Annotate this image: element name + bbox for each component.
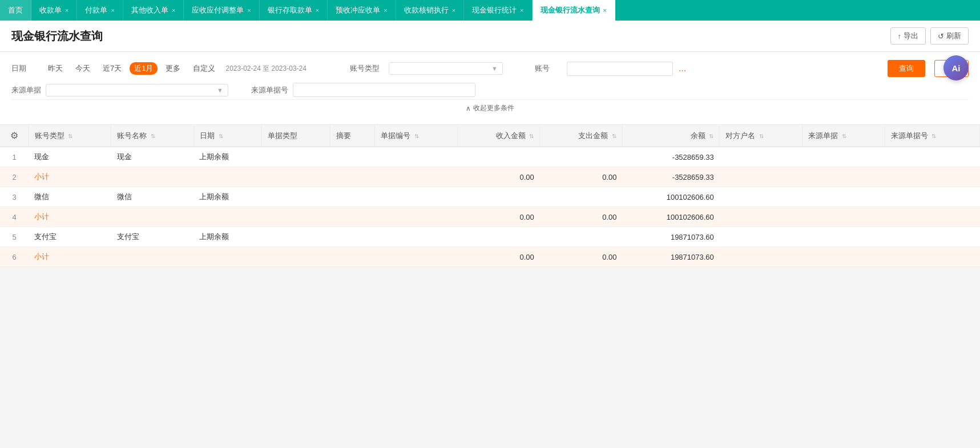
more-dots-icon[interactable]: ... (676, 63, 688, 74)
close-other-income-icon[interactable]: × (172, 7, 175, 14)
th-account-name: 账号名称 ⇅ (111, 125, 194, 147)
td-account-type: 小计 (29, 207, 111, 227)
th-source-doc: 来源单据 ⇅ (802, 125, 885, 147)
filter-area: 日期 昨天 今天 近7天 近1月 更多 自定义 2023-02-24 至 202… (0, 52, 980, 125)
close-bank-deposit-icon[interactable]: × (316, 7, 319, 14)
shortcut-more[interactable]: 更多 (161, 62, 185, 75)
shortcut-custom[interactable]: 自定义 (188, 62, 220, 75)
collapse-icon: ∧ (466, 104, 471, 112)
collapse-label: 收起更多条件 (473, 103, 514, 113)
shortcut-yesterday[interactable]: 昨天 (43, 62, 67, 75)
shortcut-1month[interactable]: 近1月 (130, 62, 158, 75)
td-counterparty (720, 247, 802, 267)
close-adjustment-icon[interactable]: × (247, 7, 251, 14)
td-index: 6 (0, 247, 29, 267)
table-row: 2 小计 0.00 0.00 -3528659.33 (0, 167, 980, 187)
source-chevron-icon: ▼ (217, 87, 223, 94)
collapse-bar[interactable]: ∧ 收起更多条件 (11, 99, 969, 116)
shortcut-7days[interactable]: 近7天 (98, 62, 126, 75)
td-index: 5 (0, 227, 29, 247)
th-expense: 支出金额 ⇅ (540, 125, 623, 147)
top-navigation: 首页 收款单 × 付款单 × 其他收入单 × 应收应付调整单 × 银行存取款单 … (0, 0, 980, 21)
td-balance: 100102606.60 (622, 187, 719, 207)
td-account-name: 微信 (111, 187, 194, 207)
close-cash-flow-icon[interactable]: × (603, 7, 607, 14)
td-date: 上期余额 (193, 187, 261, 207)
sort-expense-icon[interactable]: ⇅ (612, 133, 616, 139)
td-counterparty (720, 167, 802, 187)
td-account-name (111, 167, 194, 187)
sort-source-doc-icon[interactable]: ⇅ (842, 133, 846, 139)
td-index: 2 (0, 167, 29, 187)
td-expense (540, 227, 623, 247)
sort-source-doc-no-icon[interactable]: ⇅ (931, 133, 936, 139)
td-income: 0.00 (457, 167, 540, 187)
source-doc-group: 来源单据 ▼ (11, 84, 228, 96)
query-button[interactable]: 查询 (888, 60, 925, 77)
nav-item-collection[interactable]: 收款核销执行 × (396, 0, 464, 21)
td-balance: 100102606.60 (622, 207, 719, 227)
td-income: 0.00 (457, 247, 540, 267)
th-account-type: 账号类型 ⇅ (29, 125, 111, 147)
nav-item-receipt[interactable]: 收款单 × (31, 0, 77, 21)
td-summary (330, 167, 375, 187)
close-payment-icon[interactable]: × (111, 7, 114, 14)
td-expense: 0.00 (540, 247, 623, 267)
account-select-wrap: ... (567, 62, 878, 76)
td-account-type: 现金 (29, 147, 111, 167)
td-source-doc-no (885, 227, 979, 247)
td-doc-type (261, 147, 330, 167)
th-balance: 余额 ⇅ (622, 125, 719, 147)
sort-counterparty-icon[interactable]: ⇅ (759, 133, 764, 139)
refresh-button[interactable]: ↺ 刷新 (930, 27, 969, 45)
th-gear: ⚙ (0, 125, 29, 147)
td-counterparty (720, 227, 802, 247)
close-cash-stats-icon[interactable]: × (520, 7, 523, 14)
nav-item-cash-stats[interactable]: 现金银行统计 × (464, 0, 532, 21)
sort-income-icon[interactable]: ⇅ (529, 133, 534, 139)
td-expense: 0.00 (540, 207, 623, 227)
sort-date-icon[interactable]: ⇅ (219, 133, 223, 139)
td-summary (330, 227, 375, 247)
nav-item-home[interactable]: 首页 (0, 0, 31, 21)
nav-item-cash-flow[interactable]: 现金银行流水查询 × (533, 0, 615, 21)
nav-item-adjustment[interactable]: 应收应付调整单 × (184, 0, 259, 21)
shortcut-today[interactable]: 今天 (71, 62, 95, 75)
source-doc-select[interactable]: ▼ (46, 84, 228, 96)
export-button[interactable]: ↑ 导出 (890, 27, 926, 45)
th-doc-no: 单据编号 ⇅ (374, 125, 457, 147)
sort-doc-no-icon[interactable]: ⇅ (414, 133, 419, 139)
close-receipt-icon[interactable]: × (65, 7, 68, 14)
account-input[interactable] (572, 64, 668, 73)
td-source-doc-no (885, 167, 979, 187)
gear-icon[interactable]: ⚙ (10, 131, 18, 140)
td-expense: 0.00 (540, 167, 623, 187)
close-collection-icon[interactable]: × (452, 7, 455, 14)
td-account-type: 微信 (29, 187, 111, 207)
td-balance: -3528659.33 (622, 147, 719, 167)
source-doc-no-group: 来源单据号 (251, 83, 475, 97)
source-doc-no-input[interactable] (298, 86, 470, 94)
filter-row-2: 来源单据 ▼ 来源单据号 (11, 83, 969, 97)
td-date (193, 167, 261, 187)
td-doc-no (374, 147, 457, 167)
close-advance-icon[interactable]: × (384, 7, 387, 14)
td-source-doc (802, 247, 885, 267)
ai-assistant-button[interactable]: Ai (943, 55, 969, 80)
account-type-select[interactable]: ▼ (389, 62, 503, 75)
sort-balance-icon[interactable]: ⇅ (709, 133, 713, 139)
nav-item-other-income[interactable]: 其他收入单 × (123, 0, 184, 21)
td-source-doc (802, 227, 885, 247)
sort-account-type-icon[interactable]: ⇅ (68, 133, 72, 139)
nav-item-advance[interactable]: 预收冲应收单 × (328, 0, 396, 21)
account-label: 账号 (535, 63, 558, 74)
td-account-type: 小计 (29, 167, 111, 187)
td-summary (330, 247, 375, 267)
td-date (193, 207, 261, 227)
td-source-doc (802, 147, 885, 167)
table-row: 5 支付宝 支付宝 上期余额 19871073.60 (0, 227, 980, 247)
nav-item-payment[interactable]: 付款单 × (77, 0, 123, 21)
nav-item-bank-deposit[interactable]: 银行存取款单 × (260, 0, 328, 21)
filter-row-1: 日期 昨天 今天 近7天 近1月 更多 自定义 2023-02-24 至 202… (11, 60, 969, 77)
sort-account-name-icon[interactable]: ⇅ (151, 133, 155, 139)
